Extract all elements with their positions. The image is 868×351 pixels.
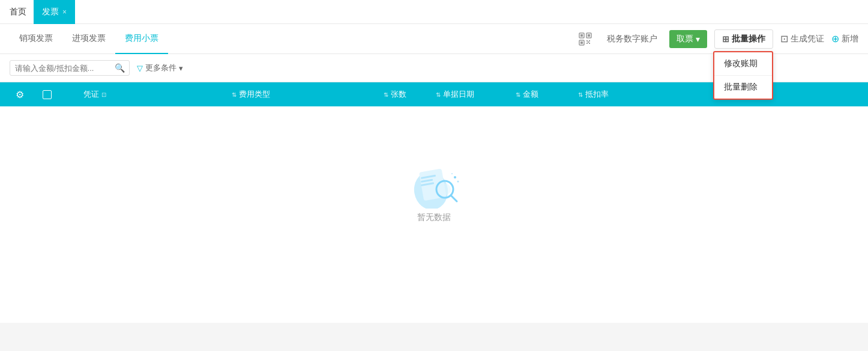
empty-state: 暂无数据 xyxy=(0,106,868,271)
voucher-sort-icon: ⊡ xyxy=(101,91,106,98)
search-wrap: 🔍 xyxy=(10,60,130,76)
generate-voucher-button[interactable]: ⊡ 生成凭证 xyxy=(780,33,824,44)
search-icon[interactable]: 🔍 xyxy=(115,63,125,73)
qr-icon[interactable] xyxy=(576,29,595,49)
svg-rect-7 xyxy=(589,40,590,41)
empty-text: 暂无数据 xyxy=(417,212,451,223)
dropdown-item-batch-delete[interactable]: 批量删除 xyxy=(714,75,772,99)
svg-rect-6 xyxy=(586,40,588,41)
take-ticket-button[interactable]: 取票 ▾ xyxy=(669,30,707,48)
th-settings[interactable]: ⚙ xyxy=(5,89,35,100)
chevron-down-icon: ▾ xyxy=(179,64,183,73)
tab-incoming[interactable]: 进项发票 xyxy=(62,24,115,54)
new-button[interactable]: ⊕ 新增 xyxy=(831,33,858,44)
date-sort-icon: ⇅ xyxy=(436,91,441,98)
svg-point-21 xyxy=(451,173,453,174)
svg-rect-3 xyxy=(588,34,590,37)
svg-rect-9 xyxy=(589,43,590,44)
dropdown-item-modify-period[interactable]: 修改账期 xyxy=(714,52,772,75)
svg-point-20 xyxy=(457,181,459,183)
sort-asc-icon: ⇅ xyxy=(232,91,237,98)
search-input[interactable] xyxy=(15,64,111,73)
voucher-icon: ⊡ xyxy=(780,33,788,44)
batch-op-container: ⊞ 批量操作 修改账期 批量删除 xyxy=(714,29,773,49)
tax-account-button[interactable]: 税务数字账户 xyxy=(602,31,662,47)
settings-icon: ⚙ xyxy=(16,89,24,100)
th-amount[interactable]: ⇅ 金额 xyxy=(491,89,563,100)
amount-sort-icon: ⇅ xyxy=(516,91,520,98)
th-voucher[interactable]: 凭证 ⊡ xyxy=(59,89,131,100)
empty-illustration xyxy=(404,154,464,203)
th-checkbox[interactable] xyxy=(35,90,59,99)
batch-op-button[interactable]: ⊞ 批量操作 xyxy=(714,29,773,49)
tab-sales[interactable]: 销项发票 xyxy=(10,24,62,54)
nav-tab-invoice[interactable]: 发票 × xyxy=(34,0,75,24)
select-all-checkbox[interactable] xyxy=(43,90,52,99)
th-expense-type[interactable]: ⇅ 费用类型 xyxy=(131,89,371,100)
th-tax-rate[interactable]: ⇅ 抵扣率 xyxy=(563,89,623,100)
svg-rect-10 xyxy=(588,41,589,43)
svg-point-19 xyxy=(454,176,456,179)
svg-line-18 xyxy=(451,195,457,201)
filter-icon: ▽ xyxy=(137,64,143,73)
content-area: ⚙ 凭证 ⊡ ⇅ 费用类型 ⇅ 张数 ⇅ 单据日期 ⇅ 金额 ⇅ 抵扣率 xyxy=(0,82,868,323)
tax-rate-sort-icon: ⇅ xyxy=(578,91,583,98)
count-sort-icon: ⇅ xyxy=(384,91,388,98)
svg-rect-5 xyxy=(580,41,583,44)
batch-op-dropdown: 修改账期 批量删除 xyxy=(713,51,773,100)
toolbar: 销项发票 进项发票 费用小票 税务数字账户 取票 xyxy=(0,24,868,54)
toolbar-right: 税务数字账户 取票 ▾ ⊞ 批量操作 修改账期 批量删除 ⊡ 生成凭证 ⊕ 新增 xyxy=(576,29,858,49)
more-conditions-button[interactable]: ▽ 更多条件 ▾ xyxy=(137,63,183,73)
svg-point-17 xyxy=(439,183,451,195)
top-nav: 首页 发票 × xyxy=(0,0,868,24)
svg-rect-8 xyxy=(586,43,588,44)
tab-expense[interactable]: 费用小票 xyxy=(115,24,168,54)
nav-tab-close[interactable]: × xyxy=(62,8,67,16)
nav-home[interactable]: 首页 xyxy=(10,7,34,17)
new-icon: ⊕ xyxy=(831,33,839,44)
nav-tab-label: 发票 xyxy=(42,7,59,17)
svg-rect-1 xyxy=(580,34,583,37)
th-date[interactable]: ⇅ 单据日期 xyxy=(419,89,491,100)
th-count[interactable]: ⇅ 张数 xyxy=(371,89,419,100)
